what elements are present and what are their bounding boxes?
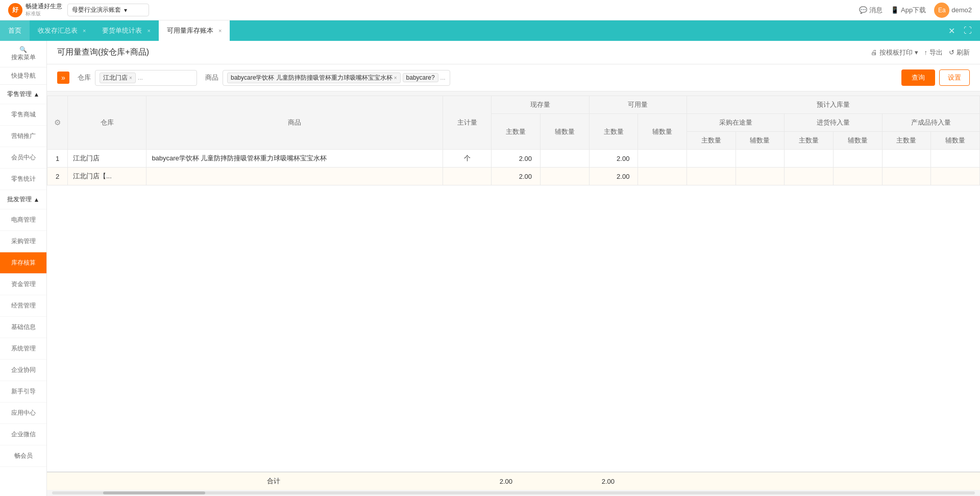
- sidebar-item-cooperation-label: 企业协同: [11, 366, 36, 374]
- tab-home[interactable]: 首页: [0, 20, 30, 41]
- main-content: 可用量查询(按仓库+商品) 🖨 按模板打印 ▾ ↑ 导出 ↺ 刷新: [47, 41, 980, 496]
- tab-available-stock-close[interactable]: ×: [218, 28, 222, 34]
- warehouse-tag-close[interactable]: ×: [129, 75, 132, 81]
- td-p-t-main-2: [687, 168, 736, 185]
- warehouse-filter-input[interactable]: 江北门店 × ...: [95, 70, 197, 86]
- message-btn[interactable]: 💬 消息: [859, 6, 883, 15]
- td-goods: babycare学饮杯 儿童防摔防撞吸管杯重力球吸嘴杯宝宝水杯: [146, 150, 443, 168]
- sidebar-item-guide-label: 新手引导: [11, 387, 36, 396]
- sidebar-item-basic-info[interactable]: 基础信息: [0, 317, 46, 338]
- scroll-thumb[interactable]: [103, 491, 205, 494]
- goods-tag-0-close[interactable]: ×: [394, 75, 397, 81]
- sidebar-item-member-pro[interactable]: 畅会员: [0, 445, 46, 467]
- sidebar-quick-nav[interactable]: 快捷导航: [0, 67, 46, 85]
- print-icon: 🖨: [871, 49, 877, 56]
- sidebar-item-retail-mgmt[interactable]: 零售管理 ▲: [0, 85, 46, 104]
- account-selector[interactable]: 母婴行业演示账套 ▾: [67, 4, 149, 16]
- td-warehouse-2: 江北门店【...: [68, 168, 146, 185]
- goods-tag-1: babycare?: [403, 73, 438, 82]
- table-header-row-1: ⚙ 仓库 商品 主计量 现存量 可用量 预计入库量: [47, 96, 980, 114]
- sidebar-item-wholesale-mgmt-label: 批发管理: [7, 195, 32, 204]
- sidebar-search[interactable]: 🔍 搜索菜单: [0, 41, 46, 67]
- sidebar-item-member-label: 会员中心: [11, 153, 36, 162]
- sidebar-item-system[interactable]: 系统管理: [0, 338, 46, 360]
- sidebar-quick-nav-label: 快捷导航: [11, 72, 36, 79]
- sidebar-item-app-center[interactable]: 应用中心: [0, 403, 46, 424]
- export-btn[interactable]: ↑ 导出: [924, 48, 943, 57]
- tab-available-stock-label: 可用量库存账本: [167, 26, 213, 35]
- sidebar-item-retail-store[interactable]: 零售商城: [0, 104, 46, 126]
- sidebar-item-system-label: 系统管理: [11, 344, 36, 353]
- goods-filter-label: 商品: [205, 73, 218, 82]
- sidebar-item-guide[interactable]: 新手引导: [0, 381, 46, 403]
- page-header: 可用量查询(按仓库+商品) 🖨 按模板打印 ▾ ↑ 导出 ↺ 刷新: [47, 41, 980, 64]
- goods-filter-more[interactable]: ...: [440, 74, 446, 81]
- nav-close-btn[interactable]: ✕: [945, 25, 958, 37]
- sidebar-item-operations[interactable]: 经营管理: [0, 295, 46, 317]
- sidebar-item-ecommerce-label: 电商管理: [11, 216, 36, 224]
- th-instock-pending: 进货待入量: [785, 114, 882, 132]
- table-body: 1 江北门店 babycare学饮杯 儿童防摔防撞吸管杯重力球吸嘴杯宝宝水杯 个…: [47, 150, 980, 185]
- setting-button[interactable]: 设置: [939, 69, 970, 86]
- scroll-track[interactable]: [52, 491, 975, 494]
- tab-order-stats-label: 要货单统计表: [102, 26, 142, 35]
- tab-order-stats-close[interactable]: ×: [147, 28, 150, 34]
- export-icon: ↑: [924, 49, 928, 56]
- td-finished-pending-main: [882, 150, 931, 168]
- sidebar-item-ecommerce[interactable]: 电商管理: [0, 209, 46, 231]
- td-index-2: 2: [47, 168, 68, 185]
- sidebar-item-inventory-label: 库存核算: [11, 258, 36, 267]
- td-instock-pending-aux: [833, 150, 882, 168]
- sidebar-item-wechat[interactable]: 企业微信: [0, 424, 46, 445]
- sidebar-item-marketing-label: 营销推广: [11, 132, 36, 140]
- gear-icon[interactable]: ⚙: [54, 118, 61, 127]
- tab-receive-summary-label: 收发存汇总表: [38, 26, 78, 35]
- sidebar-item-wholesale-mgmt[interactable]: 批发管理 ▲: [0, 190, 46, 209]
- table-row: 1 江北门店 babycare学饮杯 儿童防摔防撞吸管杯重力球吸嘴杯宝宝水杯 个…: [47, 150, 980, 168]
- sidebar-item-purchase-label: 采购管理: [11, 237, 36, 246]
- refresh-btn[interactable]: ↺ 刷新: [949, 48, 970, 57]
- sidebar-item-purchase[interactable]: 采购管理: [0, 231, 46, 252]
- th-purchase-transit-main: 主数量: [687, 132, 736, 150]
- page-title: 可用量查询(按仓库+商品): [57, 47, 149, 58]
- download-label: App下载: [901, 6, 926, 15]
- message-icon: 💬: [859, 6, 867, 14]
- user-profile[interactable]: Ea demo2: [934, 3, 972, 18]
- refresh-icon: ↺: [949, 49, 954, 56]
- sidebar-item-retail-stats[interactable]: 零售统计: [0, 169, 46, 190]
- export-label: 导出: [929, 48, 943, 57]
- th-finished-pending-aux: 辅数量: [931, 132, 980, 150]
- sidebar-item-inventory[interactable]: 库存核算: [0, 252, 46, 274]
- tab-receive-summary[interactable]: 收发存汇总表 ×: [30, 20, 94, 41]
- data-table: ⚙ 仓库 商品 主计量 现存量 可用量 预计入库量 主数量 辅数量 主数量 辅数…: [47, 96, 980, 185]
- goods-filter-input[interactable]: babycare学饮杯 儿童防摔防撞吸管杯重力球吸嘴杯宝宝水杯 × babyca…: [223, 70, 450, 86]
- tab-available-stock[interactable]: 可用量库存账本 ×: [159, 20, 230, 41]
- tab-order-stats[interactable]: 要货单统计表 ×: [94, 20, 158, 41]
- td-stock-aux: [541, 150, 590, 168]
- warehouse-filter-more[interactable]: ...: [138, 74, 143, 81]
- sidebar-item-member[interactable]: 会员中心: [0, 147, 46, 169]
- user-name: demo2: [951, 6, 972, 14]
- td-i-p-main-2: [785, 168, 834, 185]
- th-forecast: 预计入库量: [687, 96, 980, 114]
- nav-fullscreen-btn[interactable]: ⛶: [962, 25, 974, 37]
- sidebar-item-marketing[interactable]: 营销推广: [0, 126, 46, 147]
- sidebar-item-finance[interactable]: 资金管理: [0, 274, 46, 295]
- query-button[interactable]: 查询: [901, 69, 935, 86]
- td-unit: 个: [443, 150, 492, 168]
- td-i-p-aux-2: [833, 168, 882, 185]
- goods-tag-1-label: babycare?: [406, 74, 435, 81]
- td-f-p-main-2: [882, 168, 931, 185]
- print-btn[interactable]: 🖨 按模板打印 ▾: [871, 48, 918, 57]
- app-download-btn[interactable]: 📱 App下载: [891, 6, 926, 15]
- scroll-bar-area[interactable]: [47, 490, 980, 496]
- td-purchase-transit-aux: [736, 150, 785, 168]
- sidebar-item-cooperation[interactable]: 企业协同: [0, 360, 46, 381]
- avatar: Ea: [934, 3, 949, 18]
- tab-receive-summary-close[interactable]: ×: [83, 28, 86, 34]
- filter-expand-btn[interactable]: »: [57, 72, 69, 84]
- th-stock-aux: 辅数量: [541, 114, 590, 150]
- logo-sub: 标准版: [26, 10, 62, 17]
- top-bar: 好 畅捷通好生意 标准版 母婴行业演示账套 ▾ 💬 消息 📱 App下载 Ea …: [0, 0, 980, 20]
- td-f-p-aux-2: [931, 168, 980, 185]
